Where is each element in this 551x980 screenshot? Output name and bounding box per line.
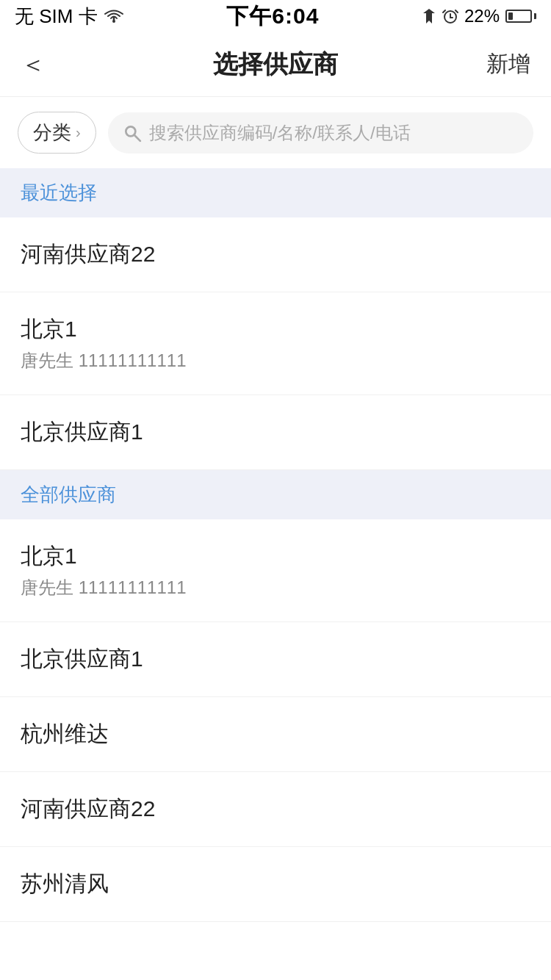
item-name: 苏州清风 bbox=[21, 869, 530, 899]
sections-container: 最近选择河南供应商22北京1唐先生 11111111111北京供应商1全部供应商… bbox=[0, 168, 551, 922]
list-item[interactable]: 北京供应商1 bbox=[0, 395, 551, 470]
alarm-icon bbox=[442, 7, 458, 25]
item-name: 河南供应商22 bbox=[21, 239, 530, 270]
status-bar: 无 SIM 卡 下午6:04 22% bbox=[0, 0, 551, 32]
item-name: 北京供应商1 bbox=[21, 417, 530, 447]
item-sub: 唐先生 11111111111 bbox=[21, 576, 530, 599]
svg-line-5 bbox=[455, 10, 458, 12]
search-icon bbox=[123, 123, 142, 143]
page-title: 选择供应商 bbox=[65, 48, 486, 82]
status-right: 22% bbox=[422, 6, 536, 26]
item-sub: 唐先生 11111111111 bbox=[21, 349, 530, 372]
back-button[interactable]: ＜ bbox=[21, 48, 65, 82]
chevron-right-icon: › bbox=[76, 124, 81, 141]
item-name: 河南供应商22 bbox=[21, 794, 530, 824]
section-header-text-recent: 最近选择 bbox=[21, 181, 97, 203]
add-button[interactable]: 新增 bbox=[486, 49, 530, 79]
status-left: 无 SIM 卡 bbox=[15, 4, 124, 29]
list-item[interactable]: 北京供应商1 bbox=[0, 622, 551, 697]
list-item[interactable]: 苏州清风 bbox=[0, 847, 551, 922]
svg-line-4 bbox=[443, 10, 445, 12]
category-filter-button[interactable]: 分类 › bbox=[18, 112, 96, 154]
nav-bar: ＜ 选择供应商 新增 bbox=[0, 32, 551, 97]
item-name: 北京1 bbox=[21, 314, 530, 345]
item-name: 北京供应商1 bbox=[21, 644, 530, 674]
status-time: 下午6:04 bbox=[226, 1, 319, 32]
item-name: 杭州维达 bbox=[21, 719, 530, 749]
svg-line-7 bbox=[134, 135, 140, 141]
location-icon bbox=[422, 7, 436, 25]
list-item[interactable]: 河南供应商22 bbox=[0, 217, 551, 292]
sim-status: 无 SIM 卡 bbox=[15, 4, 98, 29]
search-input-wrap[interactable]: 搜索供应商编码/名称/联系人/电话 bbox=[108, 112, 533, 154]
section-header-all: 全部供应商 bbox=[0, 470, 551, 519]
filter-bar: 分类 › 搜索供应商编码/名称/联系人/电话 bbox=[0, 97, 551, 168]
section-header-text-all: 全部供应商 bbox=[21, 483, 116, 505]
list-item[interactable]: 杭州维达 bbox=[0, 697, 551, 772]
list-item[interactable]: 北京1唐先生 11111111111 bbox=[0, 292, 551, 395]
svg-point-0 bbox=[112, 20, 115, 23]
list-item[interactable]: 北京1唐先生 11111111111 bbox=[0, 519, 551, 622]
item-name: 北京1 bbox=[21, 541, 530, 572]
battery-icon bbox=[505, 10, 536, 23]
search-placeholder: 搜索供应商编码/名称/联系人/电话 bbox=[149, 121, 411, 145]
category-label: 分类 bbox=[33, 120, 71, 145]
battery-percent: 22% bbox=[464, 6, 500, 26]
list-item[interactable]: 河南供应商22 bbox=[0, 772, 551, 847]
section-header-recent: 最近选择 bbox=[0, 168, 551, 217]
wifi-icon bbox=[104, 9, 124, 24]
